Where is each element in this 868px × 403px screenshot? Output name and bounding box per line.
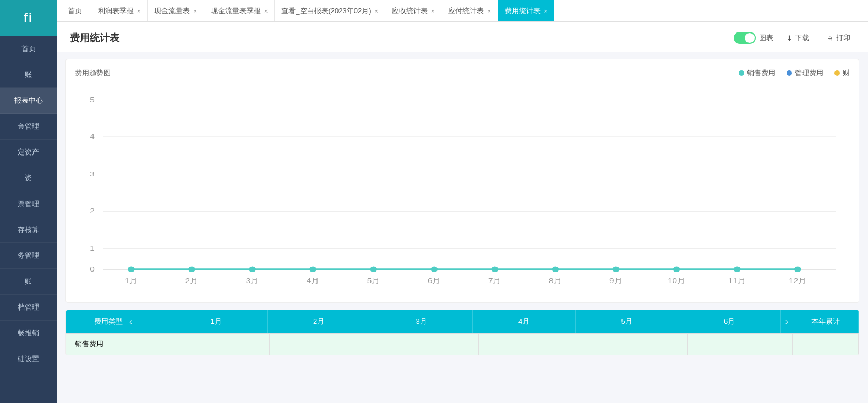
legend-dot-finance bbox=[834, 70, 840, 76]
td-m2 bbox=[270, 334, 374, 355]
chart-toggle-wrap: 图表 bbox=[734, 32, 773, 44]
sidebar-item-fixed-assets[interactable]: 定资产 bbox=[0, 140, 57, 165]
svg-text:5: 5 bbox=[90, 96, 95, 103]
tab-blank-report[interactable]: 查看_空白报表(2023年02月) × bbox=[275, 0, 385, 21]
download-icon: ⬇ bbox=[787, 34, 793, 42]
legend-item-mgmt: 管理费用 bbox=[787, 68, 823, 78]
sidebar-item-home[interactable]: 首页 bbox=[0, 36, 57, 62]
close-icon[interactable]: × bbox=[487, 8, 490, 14]
chart-section: 费用趋势图 销售费用 管理费用 财 bbox=[65, 59, 859, 303]
sidebar-item-expense[interactable]: 畅报销 bbox=[0, 321, 57, 346]
th-month-2: 2月 bbox=[268, 310, 370, 333]
sidebar-item-capital[interactable]: 资 bbox=[0, 165, 57, 191]
svg-text:8月: 8月 bbox=[549, 277, 562, 284]
svg-point-23 bbox=[794, 266, 801, 272]
svg-text:11月: 11月 bbox=[728, 277, 746, 284]
svg-point-19 bbox=[552, 266, 559, 272]
svg-point-15 bbox=[309, 266, 316, 272]
svg-point-13 bbox=[188, 266, 195, 272]
svg-text:10月: 10月 bbox=[668, 277, 685, 284]
tab-home[interactable]: 首页 bbox=[59, 0, 91, 21]
table-row: 销售费用 bbox=[66, 333, 859, 355]
svg-point-12 bbox=[128, 266, 135, 272]
close-icon[interactable]: × bbox=[544, 8, 547, 14]
close-icon[interactable]: × bbox=[431, 8, 434, 14]
th-total: 本年累计 bbox=[793, 310, 859, 333]
svg-point-16 bbox=[370, 266, 377, 272]
toggle-label: 图表 bbox=[759, 33, 773, 43]
svg-text:12月: 12月 bbox=[789, 277, 806, 284]
sidebar-item-inventory[interactable]: 存核算 bbox=[0, 217, 57, 243]
legend-item-finance: 财 bbox=[834, 68, 850, 78]
svg-point-17 bbox=[430, 266, 438, 272]
svg-text:7月: 7月 bbox=[488, 277, 501, 284]
svg-text:0: 0 bbox=[90, 265, 95, 273]
tab-cashflow-quarterly[interactable]: 现金流量表季报 × bbox=[204, 0, 275, 21]
th-month-1: 1月 bbox=[165, 310, 268, 333]
download-button[interactable]: ⬇ 下载 bbox=[782, 31, 814, 45]
chart-title: 费用趋势图 bbox=[75, 68, 111, 78]
tab-cashflow[interactable]: 现金流量表 × bbox=[148, 0, 204, 21]
svg-point-20 bbox=[613, 266, 620, 272]
tab-expense-stats[interactable]: 费用统计表 × bbox=[498, 0, 554, 21]
print-button[interactable]: 🖨 打印 bbox=[822, 31, 855, 45]
header-actions: 图表 ⬇ 下载 🖨 打印 bbox=[734, 31, 855, 45]
svg-text:2月: 2月 bbox=[185, 277, 199, 284]
sidebar-item-account[interactable]: 账 bbox=[0, 62, 57, 88]
svg-point-14 bbox=[249, 266, 256, 272]
chart-legend: 销售费用 管理费用 财 bbox=[739, 68, 850, 78]
chart-header: 费用趋势图 销售费用 管理费用 财 bbox=[75, 68, 850, 78]
legend-dot-sales bbox=[739, 70, 744, 76]
tab-bar: 首页 利润表季报 × 现金流量表 × 现金流量表季报 × 查看_空白报表(202… bbox=[57, 0, 868, 22]
sidebar-item-report-center[interactable]: 报表中心 bbox=[0, 88, 57, 114]
close-icon[interactable]: × bbox=[193, 8, 196, 14]
close-icon[interactable]: × bbox=[137, 8, 140, 14]
td-total bbox=[793, 334, 859, 355]
td-m5 bbox=[583, 334, 688, 355]
svg-text:4: 4 bbox=[90, 133, 95, 141]
svg-text:3: 3 bbox=[90, 170, 95, 178]
chart-toggle[interactable] bbox=[734, 32, 756, 44]
table-header-row: 费用类型 ‹ 1月 2月 3月 4月 5月 6月 › 本年累计 bbox=[66, 310, 859, 333]
legend-dot-mgmt bbox=[787, 70, 792, 76]
svg-text:6月: 6月 bbox=[428, 277, 441, 284]
svg-point-22 bbox=[734, 266, 741, 272]
close-icon[interactable]: × bbox=[375, 8, 378, 14]
td-m4 bbox=[479, 334, 583, 355]
svg-text:5月: 5月 bbox=[367, 277, 380, 284]
sidebar-item-invoice[interactable]: 票管理 bbox=[0, 191, 57, 217]
nav-prev-button[interactable]: ‹ bbox=[125, 317, 137, 327]
sidebar-item-fund[interactable]: 金管理 bbox=[0, 114, 57, 140]
page-header: 费用统计表 图表 ⬇ 下载 🖨 打印 bbox=[57, 22, 868, 52]
td-m3 bbox=[374, 334, 479, 355]
svg-text:3月: 3月 bbox=[246, 277, 259, 284]
sidebar-item-archive[interactable]: 档管理 bbox=[0, 295, 57, 321]
sidebar-item-service[interactable]: 务管理 bbox=[0, 243, 57, 269]
svg-point-21 bbox=[673, 266, 680, 272]
sidebar: fi 首页 账 报表中心 金管理 定资产 资 票管理 存核算 务管理 账 档管理… bbox=[0, 0, 57, 403]
td-m1 bbox=[165, 334, 270, 355]
th-month-6: 6月 bbox=[678, 310, 780, 333]
td-m6 bbox=[688, 334, 793, 355]
svg-point-18 bbox=[491, 266, 498, 272]
th-month-5: 5月 bbox=[576, 310, 678, 333]
tab-payable[interactable]: 应付统计表 × bbox=[441, 0, 498, 21]
main-area: 首页 利润表季报 × 现金流量表 × 现金流量表季报 × 查看_空白报表(202… bbox=[57, 0, 868, 403]
chart-container: 5 4 3 2 1 0 bbox=[75, 85, 850, 294]
close-icon[interactable]: × bbox=[264, 8, 268, 14]
th-type: 费用类型 ‹ bbox=[66, 310, 165, 333]
sidebar-item-settings[interactable]: 础设置 bbox=[0, 346, 57, 372]
svg-text:4月: 4月 bbox=[307, 277, 320, 284]
sidebar-logo: fi bbox=[0, 0, 57, 36]
page-title: 费用统计表 bbox=[70, 31, 119, 45]
legend-item-sales: 销售费用 bbox=[739, 68, 776, 78]
sidebar-item-ledger[interactable]: 账 bbox=[0, 269, 57, 295]
tab-profit-quarterly[interactable]: 利润表季报 × bbox=[91, 0, 148, 21]
svg-text:2: 2 bbox=[90, 207, 95, 215]
tab-receivable[interactable]: 应收统计表 × bbox=[385, 0, 441, 21]
th-month-3: 3月 bbox=[370, 310, 473, 333]
td-type: 销售费用 bbox=[66, 334, 165, 355]
content-area: 费用统计表 图表 ⬇ 下载 🖨 打印 费用趋势图 bbox=[57, 22, 868, 403]
svg-text:9月: 9月 bbox=[609, 277, 623, 284]
nav-next-button[interactable]: › bbox=[781, 310, 793, 333]
